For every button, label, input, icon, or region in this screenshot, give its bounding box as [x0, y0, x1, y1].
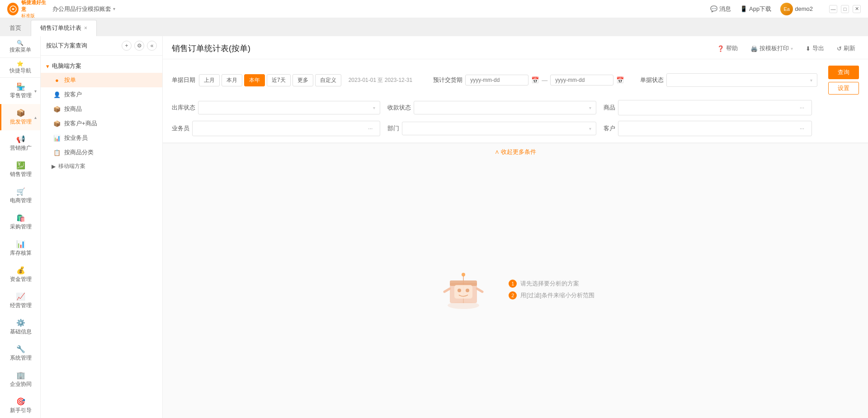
query-button[interactable]: 查询 — [828, 66, 859, 79]
customer-select[interactable]: ··· — [618, 121, 812, 136]
date-btn-custom[interactable]: 自定义 — [315, 74, 341, 86]
date-btn-7days[interactable]: 近7天 — [267, 74, 291, 86]
by-customer-goods-icon: 📦 — [53, 120, 61, 127]
tree-item-by-category[interactable]: 📋 按商品分类 — [41, 145, 162, 160]
sales-icon: 💹 — [16, 161, 25, 170]
sidebar-item-label: 基础信息 — [10, 328, 32, 336]
sidebar-item-label: 库存核算 — [10, 249, 32, 257]
calendar-end-icon[interactable]: 📅 — [616, 76, 624, 84]
wholesale-icon: 📦 — [16, 109, 25, 117]
settings-scheme-button[interactable]: ⚙ — [134, 41, 144, 51]
add-scheme-button[interactable]: + — [122, 41, 132, 51]
system-icon: 🔧 — [16, 345, 25, 353]
newbie-icon: 🎯 — [16, 397, 25, 406]
expand-icon: ▾ — [46, 63, 49, 70]
empty-illustration — [436, 262, 491, 317]
sidebar-item-ecommerce[interactable]: 🛒 电商管理 — [0, 183, 40, 209]
tab-bar: 首页 销售订单统计表 × — [0, 18, 868, 36]
goods-label: 商品 — [604, 104, 615, 112]
avatar: Ea — [780, 3, 793, 15]
dept-label: 部门 — [387, 124, 399, 133]
expected-date-start[interactable] — [465, 75, 528, 86]
filter-cell-status: 单据状态 ▾ — [640, 73, 817, 87]
sidebar-item-basic[interactable]: ⚙️ 基础信息 — [0, 314, 40, 340]
minimize-button[interactable]: — — [829, 5, 837, 13]
user-menu[interactable]: Ea demo2 — [780, 3, 813, 15]
sidebar: 🔍 搜索菜单 ⭐ 快捷导航 🏪 零售管理 ▾ 📦 批发管理 ▴ 📢 营销推广 💹… — [0, 36, 41, 418]
tree-item-label: 按单 — [64, 76, 76, 84]
by-category-icon: 📋 — [53, 149, 61, 156]
status-select[interactable]: ▾ — [666, 73, 817, 87]
tree-item-label: 按客户+商品 — [64, 119, 97, 128]
sidebar-item-label: 批发管理 — [10, 118, 32, 126]
purchase-icon: 🛍️ — [16, 214, 25, 222]
app-title[interactable]: 办公用品行业模拟账套 ▾ — [48, 5, 710, 13]
refresh-button[interactable]: ↺ 刷新 — [833, 43, 859, 54]
message-btn[interactable]: 💬 消息 — [710, 5, 731, 13]
app-download-btn[interactable]: 📱 App下载 — [740, 5, 771, 13]
help-button[interactable]: ❓ 帮助 — [713, 43, 741, 54]
tab-home[interactable]: 首页 — [0, 20, 31, 36]
date-btn-this-year[interactable]: 本年 — [244, 74, 265, 86]
desktop-group[interactable]: ▾ 电脑端方案 — [41, 59, 162, 73]
sidebar-item-newbie[interactable]: 🎯 新手引导 — [0, 393, 40, 418]
panel-title: 按以下方案查询 — [46, 42, 119, 50]
payment-status-select[interactable]: ▾ — [414, 101, 596, 114]
quick-nav[interactable]: ⭐ 快捷导航 — [0, 58, 40, 78]
expand-arrow-icon: ▴ — [34, 115, 37, 120]
search-menu[interactable]: 🔍 搜索菜单 — [0, 36, 40, 58]
left-panel-header: 按以下方案查询 + ⚙ « — [41, 36, 162, 56]
group-label: 电脑端方案 — [52, 62, 81, 70]
tree-item-by-salesperson[interactable]: 📊 按业务员 — [41, 131, 162, 145]
export-button[interactable]: ⬇ 导出 — [802, 43, 828, 54]
date-btn-more[interactable]: 更多 — [292, 74, 313, 86]
tab-active[interactable]: 销售订单统计表 × — [31, 20, 97, 36]
customer-more-icon[interactable]: ··· — [797, 124, 807, 133]
sidebar-item-operation[interactable]: 📈 经营管理 — [0, 288, 40, 314]
salesperson-more-icon[interactable]: ··· — [365, 124, 375, 133]
tree-item-by-goods[interactable]: 📦 按商品 — [41, 102, 162, 116]
maximize-button[interactable]: □ — [841, 5, 849, 13]
ship-status-select[interactable]: ▾ — [198, 101, 380, 114]
filter-cell-dept: 部门 ▾ — [387, 122, 596, 135]
svg-point-9 — [462, 273, 465, 276]
sidebar-item-purchase[interactable]: 🛍️ 采购管理 — [0, 209, 40, 235]
close-button[interactable]: ✕ — [853, 5, 861, 13]
sidebar-item-enterprise[interactable]: 🏢 企业协同 — [0, 366, 40, 393]
sidebar-item-finance[interactable]: 💰 资金管理 — [0, 261, 40, 288]
sidebar-item-wholesale[interactable]: 📦 批发管理 ▴ — [0, 104, 40, 130]
finance-icon: 💰 — [16, 266, 25, 275]
tree-item-label: 按业务员 — [64, 134, 88, 142]
calendar-start-icon[interactable]: 📅 — [531, 76, 539, 84]
tree-item-by-customer[interactable]: 👤 按客户 — [41, 87, 162, 102]
sidebar-item-label: 企业协同 — [10, 380, 32, 388]
tree-item-by-customer-goods[interactable]: 📦 按客户+商品 — [41, 116, 162, 131]
sidebar-item-marketing[interactable]: 📢 营销推广 — [0, 130, 40, 157]
sidebar-item-system[interactable]: 🔧 系统管理 — [0, 340, 40, 366]
sidebar-item-retail[interactable]: 🏪 零售管理 ▾ — [0, 78, 40, 104]
expand-arrow-icon: ▾ — [34, 89, 37, 94]
left-panel: 按以下方案查询 + ⚙ « ▾ 电脑端方案 ● 按单 👤 按客户 — [41, 36, 163, 418]
sidebar-item-sales[interactable]: 💹 销售管理 — [0, 157, 40, 183]
sidebar-item-inventory[interactable]: 📊 库存核算 — [0, 235, 40, 261]
dept-select[interactable]: ▾ — [402, 122, 596, 135]
setting-button[interactable]: 设置 — [828, 82, 859, 95]
mobile-group[interactable]: ▶ 移动端方案 — [41, 160, 162, 173]
collapse-more-conditions[interactable]: ∧ 收起更多条件 — [163, 143, 868, 161]
collapse-panel-button[interactable]: « — [147, 41, 157, 51]
date-btn-this-month[interactable]: 本月 — [222, 74, 242, 86]
salesperson-select[interactable]: ··· — [192, 121, 380, 136]
filter-cell-payment: 收款状态 ▾ — [387, 101, 596, 114]
basic-icon: ⚙️ — [16, 318, 25, 327]
goods-more-icon[interactable]: ··· — [797, 103, 807, 113]
tab-close-icon[interactable]: × — [84, 25, 87, 31]
print-button[interactable]: 🖨️ 按模板打印 ▾ — [747, 43, 797, 54]
tree-item-by-order[interactable]: ● 按单 — [41, 73, 162, 87]
date-btn-last-month[interactable]: 上月 — [199, 74, 220, 86]
goods-select[interactable]: ··· — [618, 100, 812, 115]
sidebar-item-label: 销售管理 — [10, 171, 32, 178]
dropdown-arrow-icon[interactable]: ▾ — [113, 6, 115, 11]
refresh-icon: ↺ — [837, 45, 842, 52]
expected-date-end[interactable] — [550, 75, 613, 86]
sidebar-item-label: 采购管理 — [10, 223, 32, 231]
